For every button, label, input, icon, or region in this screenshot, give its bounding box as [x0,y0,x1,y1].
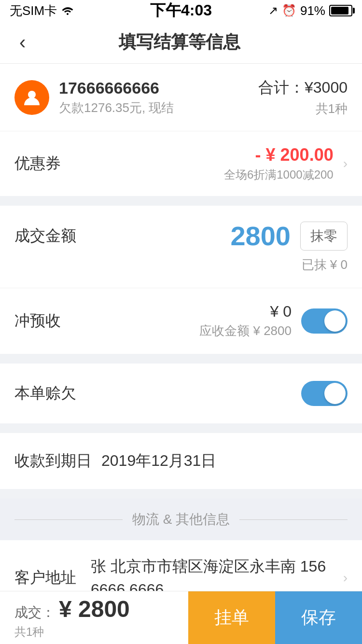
divider-line-left [14,519,123,520]
pre-collection-row: 冲预收 ¥ 0 应收金额 ¥ 2800 [0,288,362,354]
customer-phone: 17666666666 [59,79,174,98]
coupon-row[interactable]: 优惠券 - ¥ 200.00 全场6折满1000减200 › [0,131,362,196]
deal-amount: 2800 [230,220,291,252]
deal-amount-row: 成交金额 2800 抹零 [14,220,348,252]
due-date-section: 收款到期日 2019年12月31日 [0,433,362,489]
bottom-bar: 成交： ¥ 2800 共1种 挂单 保存 [0,591,362,644]
avatar [14,80,49,115]
pre-collection-right: ¥ 0 应收金额 ¥ 2800 [199,303,348,339]
divider-section: 物流 & 其他信息 [0,499,362,540]
address-label: 客户地址 [14,567,76,588]
status-right: ↗ ⏰ 91% [268,3,352,18]
chevron-right-icon: › [343,156,348,171]
status-bar: 无SIM卡 下午4:03 ↗ ⏰ 91% [0,0,362,21]
customer-info: 17666666666 欠款1276.35元, 现结 [59,79,174,116]
svg-point-0 [28,91,36,98]
page-title: 填写结算等信息 [40,30,319,54]
battery-icon [329,5,352,16]
pre-collection-toggle[interactable] [301,308,348,334]
bottom-deal-label: 成交： [14,603,55,622]
deal-sub: 已抹 ¥ 0 [302,257,348,272]
coupon-amount: - ¥ 200.00 [224,145,334,165]
customer-sub: 欠款1276.35元, 现结 [59,99,174,116]
customer-section: 17666666666 欠款1276.35元, 现结 合计：¥3000 共1种 … [0,64,362,196]
deal-section: 成交金额 2800 抹零 已抹 ¥ 0 冲预收 ¥ 0 应收金额 ¥ 2800 [0,206,362,354]
total-count: 共1种 [258,100,348,117]
carrier-text: 无SIM卡 [10,2,57,19]
round-off-button[interactable]: 抹零 [300,222,348,251]
status-left: 无SIM卡 [10,2,74,19]
customer-right: 合计：¥3000 共1种 [258,77,348,117]
due-date-label: 收款到期日 [14,450,92,472]
coupon-desc: 全场6折满1000减200 [224,167,334,182]
debt-section: 本单赊欠 [0,364,362,423]
bottom-deal-amount: ¥ 2800 [59,596,130,622]
customer-left: 17666666666 欠款1276.35元, 现结 [14,79,174,116]
pre-amount-group: ¥ 0 应收金额 ¥ 2800 [199,303,292,339]
due-date-value: 2019年12月31日 [101,450,216,472]
pre-collection-label: 冲预收 [14,310,61,332]
deal-right: 2800 抹零 [230,220,348,252]
alarm-icon: ⏰ [282,4,296,17]
bottom-left: 成交： ¥ 2800 共1种 [0,596,188,640]
battery-percent: 91% [300,3,325,18]
debt-label: 本单赊欠 [14,383,76,404]
hold-button[interactable]: 挂单 [188,591,275,644]
bottom-count: 共1种 [14,624,174,640]
save-button[interactable]: 保存 [275,591,362,644]
nav-bar: ‹ 填写结算等信息 [0,21,362,64]
pre-amount: ¥ 0 [199,303,292,321]
coupon-label: 优惠券 [14,153,61,174]
total-amount: 合计：¥3000 [258,77,348,98]
back-button[interactable]: ‹ [14,27,30,58]
debt-toggle[interactable] [301,381,348,406]
coupon-amount-group: - ¥ 200.00 全场6折满1000减200 [224,145,334,182]
pre-sub: 应收金额 ¥ 2800 [199,322,292,339]
coupon-right: - ¥ 200.00 全场6折满1000减200 › [224,145,348,182]
due-date-row: 收款到期日 2019年12月31日 [0,433,362,489]
address-chevron-icon: › [343,570,348,586]
divider-text: 物流 & 其他信息 [132,510,230,529]
location-icon: ↗ [268,4,278,17]
debt-row: 本单赊欠 [0,364,362,423]
divider-line-right [239,519,348,520]
customer-row: 17666666666 欠款1276.35元, 现结 合计：¥3000 共1种 [0,64,362,131]
deal-label: 成交金额 [14,225,76,247]
status-time: 下午4:03 [150,0,212,21]
wifi-icon [61,3,74,18]
